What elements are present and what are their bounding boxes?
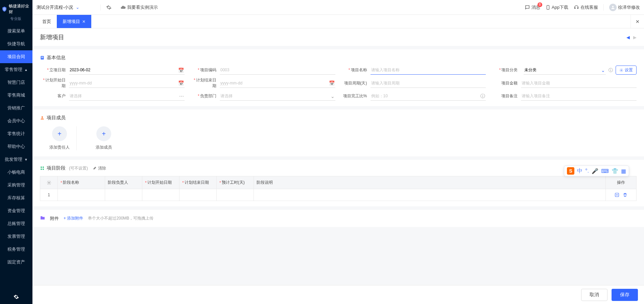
- account-settings[interactable]: [106, 5, 112, 10]
- page-prev[interactable]: ◀: [626, 35, 630, 40]
- section-title-text: 项目成员: [47, 115, 66, 121]
- help-icon[interactable]: ⓘ: [480, 93, 485, 99]
- phase-table-head: 阶段名称 阶段负责人 计划开始日期 计划结束日期 预计工时(天) 阶段说明 操作: [40, 176, 636, 189]
- cloud-icon: [120, 5, 126, 10]
- page-head: 新增项目 ◀ ▶: [32, 28, 644, 46]
- sidebar-item-wholesale[interactable]: 批发管理▼: [0, 153, 32, 166]
- sidebar-item-help-center[interactable]: 帮助中心: [0, 140, 32, 153]
- sidebar-item-fixed-assets[interactable]: 固定资产: [0, 256, 32, 269]
- sidebar-label: 搜索菜单: [7, 28, 25, 34]
- category-settings-button[interactable]: 设置: [616, 66, 637, 75]
- cancel-button[interactable]: 取消: [581, 289, 607, 301]
- account-name: 测试分开流程-小况: [37, 4, 73, 10]
- calendar-icon[interactable]: 📅: [178, 68, 184, 73]
- add-row-icon[interactable]: [615, 193, 619, 197]
- add-member-button[interactable]: +: [96, 126, 111, 141]
- cell-name[interactable]: [58, 189, 105, 201]
- gear-icon: [14, 294, 19, 300]
- col-gear[interactable]: [40, 176, 58, 189]
- messages-badge: 8: [538, 2, 542, 7]
- sidebar-label: 批发管理: [5, 156, 22, 162]
- cell-plan-start[interactable]: [142, 189, 180, 201]
- sidebar-item-invoice[interactable]: 发票管理: [0, 230, 32, 243]
- main-area: 测试分开流程-小况 ⌄ 我要看实例演示 消息 8 App下载: [32, 0, 644, 304]
- add-attachment[interactable]: + 添加附件: [64, 216, 83, 221]
- control: [521, 92, 637, 101]
- tab-home[interactable]: 首页: [37, 15, 57, 28]
- app-download[interactable]: App下载: [546, 4, 568, 10]
- gear-icon: [47, 180, 51, 185]
- sidebar-item-retail-mgmt[interactable]: 零售管理▲: [0, 63, 32, 76]
- online-service[interactable]: 在线客服: [574, 4, 598, 10]
- account-selector[interactable]: 测试分开流程-小况 ⌄: [37, 4, 101, 10]
- sidebar-item-tax[interactable]: 税务管理: [0, 243, 32, 256]
- more-icon[interactable]: ⋯: [179, 94, 184, 99]
- page-next[interactable]: ▶: [633, 35, 637, 40]
- project-cycle-input[interactable]: [371, 79, 486, 88]
- sidebar-item-project-contract[interactable]: 项目合同: [0, 50, 32, 63]
- clear-label: 清除: [98, 166, 106, 171]
- sidebar-settings[interactable]: [0, 291, 32, 304]
- project-category-select[interactable]: [524, 66, 606, 75]
- sidebar-item-purchase[interactable]: 采购管理: [0, 179, 32, 192]
- phase-row[interactable]: 1: [40, 189, 636, 201]
- calendar-icon[interactable]: 📅: [178, 80, 184, 86]
- complete-pct-input[interactable]: [371, 92, 486, 101]
- cell-op[interactable]: [606, 189, 636, 201]
- ime-grid-icon[interactable]: ▦: [621, 168, 626, 174]
- calendar-icon[interactable]: 📅: [329, 80, 335, 86]
- app-download-label: App下载: [552, 4, 568, 10]
- project-amount-input[interactable]: [521, 79, 637, 88]
- messages[interactable]: 消息 8: [525, 4, 540, 10]
- chevron-down-icon[interactable]: ⌄: [331, 94, 335, 99]
- cell-plan-end[interactable]: [180, 189, 217, 201]
- close-icon[interactable]: ✕: [82, 19, 86, 24]
- project-date-input[interactable]: [69, 66, 185, 75]
- project-name-input[interactable]: [371, 66, 486, 75]
- sidebar-item-marketing[interactable]: 营销推广: [0, 102, 32, 115]
- user-menu[interactable]: 徐泽华修改: [609, 4, 640, 11]
- control: ⌄: [220, 92, 335, 101]
- ime-keyboard-icon[interactable]: ⌨: [601, 168, 609, 174]
- save-button[interactable]: 保存: [612, 289, 638, 301]
- sidebar-item-member-center[interactable]: 会员中心: [0, 115, 32, 127]
- ime-toolbar[interactable]: S 中 °. 🎤 ⌨ 👕 ▦: [564, 166, 629, 176]
- sidebar-item-ecommerce[interactable]: 小畅电商: [0, 166, 32, 179]
- sidebar-item-funds[interactable]: 资金管理: [0, 204, 32, 217]
- tab-new-project[interactable]: 新增项目 ✕: [57, 15, 91, 28]
- ime-mic-icon[interactable]: 🎤: [592, 168, 598, 174]
- chevron-down-icon[interactable]: ⌄: [601, 68, 605, 73]
- dept-select[interactable]: [220, 92, 335, 101]
- cell-desc[interactable]: [254, 189, 606, 201]
- sidebar-item-search[interactable]: 搜索菜单: [0, 25, 32, 37]
- gear-icon: [106, 5, 112, 10]
- app-edition: 专业版: [0, 16, 32, 25]
- project-code-input[interactable]: [220, 66, 335, 75]
- label: 项目完工比%: [341, 93, 371, 99]
- ime-skin-icon[interactable]: 👕: [612, 168, 618, 174]
- demo-link[interactable]: 我要看实例演示: [120, 4, 158, 10]
- sidebar-item-retail-mall[interactable]: 零售商城: [0, 89, 32, 102]
- service-label: 在线客服: [580, 4, 598, 10]
- sidebar-item-inventory[interactable]: 库存核算: [0, 192, 32, 204]
- sidebar-item-quicknav[interactable]: 快捷导航: [0, 37, 32, 50]
- add-owner-button[interactable]: +: [52, 126, 67, 141]
- ime-punct-icon[interactable]: °.: [585, 168, 589, 174]
- ime-lang[interactable]: 中: [577, 168, 582, 175]
- sidebar-item-ledger[interactable]: 总账管理: [0, 217, 32, 230]
- delete-row-icon[interactable]: [623, 193, 627, 197]
- remark-input[interactable]: [521, 92, 637, 101]
- cell-owner[interactable]: [105, 189, 142, 201]
- label: 项目备注: [492, 93, 521, 99]
- plan-end-input[interactable]: [220, 79, 335, 88]
- close-all-tabs[interactable]: ✕: [630, 15, 644, 28]
- help-icon[interactable]: ⓘ: [609, 67, 613, 73]
- sidebar-item-smart-store[interactable]: 智慧门店: [0, 76, 32, 89]
- customer-select[interactable]: [69, 92, 185, 101]
- cell-est-hours[interactable]: [217, 189, 254, 201]
- sidebar-item-retail-stats[interactable]: 零售统计: [0, 127, 32, 140]
- phase-clear[interactable]: 清除: [93, 166, 106, 171]
- plan-start-input[interactable]: [69, 79, 185, 88]
- control: 📅: [220, 79, 335, 88]
- demo-label: 我要看实例演示: [127, 4, 158, 10]
